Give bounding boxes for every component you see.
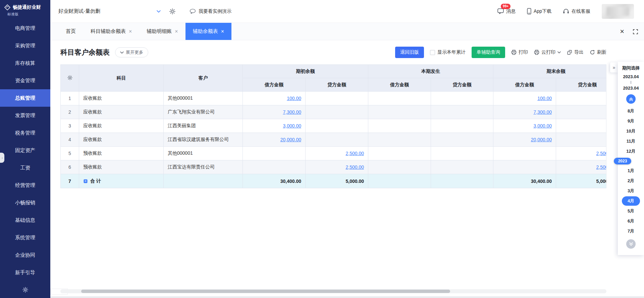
refresh-icon [590, 50, 595, 55]
print-label: 打印 [519, 49, 528, 55]
messages-label: 消息 [506, 8, 516, 14]
tab-subject-aux-balance[interactable]: 科目辅助余额表 × [83, 23, 139, 40]
sidebar-item-purchase[interactable]: 采购管理 [0, 37, 50, 54]
double-chevron-up-icon [629, 97, 633, 101]
period-panel: 期间选择 2023.04 2023.04 8月 9月 10月 11月 12月 2… [618, 62, 644, 255]
sidebar-item-operations[interactable]: 经营管理 [0, 177, 50, 194]
single-aux-query-button[interactable]: 单辅助查询 [472, 47, 505, 58]
sidebar-item-ecommerce[interactable]: 电商管理 [0, 19, 50, 37]
sidebar-item-system[interactable]: 系统管理 [0, 229, 50, 246]
sidebar-item-payroll[interactable]: 工资 [0, 159, 50, 177]
close-icon[interactable]: × [620, 28, 624, 35]
tab-close-icon[interactable]: × [129, 29, 132, 34]
tab-aux-detail-ledger[interactable]: 辅助明细账 × [139, 23, 185, 40]
amount-link[interactable]: 100.00 [537, 96, 552, 101]
sidebar-item-guide[interactable]: 新手引导 [0, 264, 50, 281]
sidebar-collapse-handle[interactable]: › [0, 153, 4, 163]
table-row[interactable]: 1 应收账款 其他000001 100.00 100.00 [61, 92, 607, 105]
month-option[interactable]: 12月 [618, 146, 644, 156]
sidebar-item-expense[interactable]: 小畅报销 [0, 194, 50, 211]
amount-link[interactable]: 2,500.00 [596, 151, 607, 156]
amount-link[interactable]: 100.00 [287, 96, 301, 101]
tabbar: 首页 科目辅助余额表 × 辅助明细账 × 辅助余额表 × × [50, 23, 644, 40]
period-from[interactable]: 2023.04 [618, 74, 644, 79]
show-ytd-checkbox[interactable]: 显示本年累计 [430, 49, 466, 55]
cell-customer: 江西省琼汉建筑服务有限公司 [164, 133, 243, 147]
amount-link[interactable]: 2,500.00 [346, 164, 364, 170]
col-header-subject: 科目 [79, 65, 164, 92]
month-option[interactable]: 2月 [618, 176, 644, 186]
back-to-old-button[interactable]: 退回旧版 [395, 47, 424, 58]
sidebar-item-general-ledger[interactable]: 总账管理 [0, 89, 50, 107]
cloud-print-button[interactable]: 云打印 [534, 49, 561, 55]
sidebar-item-basic-info[interactable]: 基础信息 [0, 211, 50, 229]
table-settings-gear-icon[interactable] [61, 65, 79, 92]
sidebar-item-invoice[interactable]: 发票管理 [0, 107, 50, 124]
online-service-label: 在线客服 [572, 8, 590, 14]
export-button[interactable]: 导出 [567, 49, 584, 55]
tab-close-icon[interactable]: × [221, 29, 224, 34]
table-row[interactable]: 2 应收账款 广东飞翔实业有限公司 7,300.00 7,300.00 [61, 105, 607, 119]
amount-link[interactable]: 2,500.00 [346, 151, 364, 156]
chevron-down-icon [157, 10, 161, 13]
sidebar-settings-gear-icon[interactable] [0, 284, 50, 298]
cell-subject: 预收账款 [79, 147, 164, 160]
fullscreen-icon[interactable] [633, 29, 638, 34]
cell-customer: 其他000001 [164, 147, 243, 160]
refresh-label: 刷新 [597, 49, 606, 55]
cloud-print-label: 云打印 [541, 49, 555, 55]
table-row[interactable]: 6 预收账款 江西宝达有限责任公司 2,500.00 2,500.00 [61, 160, 607, 174]
logo: 畅捷通好业财 标准版 [0, 0, 50, 18]
sidebar-item-collaboration[interactable]: 企业协同 [0, 246, 50, 264]
online-service-button[interactable]: 在线客服 [563, 8, 590, 14]
month-option[interactable]: 1月 [618, 166, 644, 176]
user-avatar[interactable] [602, 4, 634, 19]
messages-button[interactable]: 99+ 消息 [497, 8, 516, 14]
table-row[interactable]: 5 预收账款 其他000001 2,500.00 2,500.00 [61, 147, 607, 160]
org-select[interactable]: 好业财测试-量勿删 [58, 8, 161, 14]
horizontal-scrollbar-thumb[interactable] [81, 290, 450, 293]
toolbar: 科目客户余额表 展开更多 退回旧版 显示本年累计 单辅助查询 打印 [60, 40, 644, 64]
month-option-selected[interactable]: 4月 [622, 196, 640, 206]
period-scroll-up-button[interactable] [626, 94, 636, 104]
demo-link[interactable]: 我要看实例演示 [190, 8, 231, 14]
tab-aux-balance[interactable]: 辅助余额表 × [185, 23, 231, 40]
amount-link[interactable]: 20,000.00 [531, 137, 552, 142]
print-button[interactable]: 打印 [511, 49, 528, 55]
amount-link[interactable]: 7,300.00 [283, 109, 302, 115]
month-option[interactable]: 9月 [618, 116, 644, 126]
sidebar-item-inventory[interactable]: 库存核算 [0, 54, 50, 72]
month-option[interactable]: 10月 [618, 126, 644, 136]
horizontal-scrollbar-track[interactable] [60, 289, 606, 293]
month-option[interactable]: 8月 [618, 106, 644, 116]
amount-link[interactable]: 3,000.00 [283, 123, 302, 129]
amount-link[interactable]: 20,000.00 [280, 137, 301, 142]
amount-link[interactable]: 3,000.00 [534, 123, 552, 129]
table-row[interactable]: 3 应收账款 江西美丽集团 3,000.00 3,000.00 [61, 119, 607, 133]
amount-link[interactable]: 7,300.00 [534, 109, 552, 115]
period-scroll-down-button[interactable] [626, 239, 636, 249]
headset-icon [563, 8, 569, 14]
sidebar-item-tax[interactable]: 税务管理 [0, 124, 50, 142]
cell-customer: 其他000001 [164, 92, 243, 105]
expand-more-button[interactable]: 展开更多 [115, 47, 148, 57]
app-download-button[interactable]: App下载 [527, 8, 551, 14]
amount-link[interactable]: 2,500.00 [596, 164, 607, 170]
period-panel-collapse-handle[interactable]: » [610, 62, 618, 72]
refresh-button[interactable]: 刷新 [590, 49, 606, 55]
sidebar-item-fixed-assets[interactable]: 固定资产 [0, 142, 50, 159]
row-number: 3 [61, 119, 79, 133]
month-option[interactable]: 3月 [618, 186, 644, 196]
table-row[interactable]: 4 应收账款 江西省琼汉建筑服务有限公司 20,000.00 20,000.00 [61, 133, 607, 147]
month-option[interactable]: 6月 [618, 216, 644, 226]
sidebar-item-funds[interactable]: 资金管理 [0, 72, 50, 89]
sidebar-menu: 电商管理 采购管理 库存核算 资金管理 总账管理 发票管理 税务管理 固定资产 … [0, 19, 50, 284]
period-to[interactable]: 2023.04 [618, 86, 644, 91]
month-option[interactable]: 11月 [618, 136, 644, 146]
month-option[interactable]: 5月 [618, 206, 644, 216]
total-open-credit: 5,000.00 [306, 174, 368, 188]
tab-close-icon[interactable]: × [175, 29, 178, 34]
tab-home[interactable]: 首页 [58, 23, 83, 40]
month-option[interactable]: 7月 [618, 226, 644, 236]
settings-gear-icon[interactable] [169, 8, 175, 14]
